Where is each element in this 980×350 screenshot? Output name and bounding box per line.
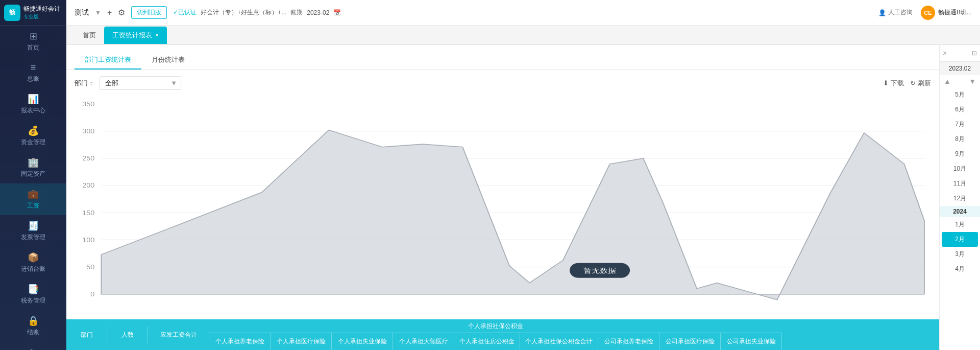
badges-text: 好会计（专）+好生意（标）+... <box>201 8 286 17</box>
panel-expand-button[interactable]: ⊡ <box>972 50 977 57</box>
download-icon: ⬇ <box>883 79 889 87</box>
dept-select[interactable]: 全部 研发部 销售部 财务部 人事部 <box>100 76 181 90</box>
sidebar-item-salary[interactable]: 💼 工资 <box>0 183 66 215</box>
ledger-icon: ≡ <box>31 62 36 73</box>
switch-old-version-button[interactable]: 切到旧版 <box>131 6 167 19</box>
dept-select-wrapper: 全部 研发部 销售部 财务部 人事部 ▼ <box>100 76 181 90</box>
sidebar-item-purchase[interactable]: 📦 进销台账 <box>0 247 66 278</box>
tab-close-button[interactable]: × <box>155 32 159 39</box>
toolbar-left: 部门： 全部 研发部 销售部 财务部 人事部 ▼ <box>75 76 181 90</box>
month-7[interactable]: 7月 <box>940 117 980 132</box>
consult-button[interactable]: 👤 人工咨询 <box>878 8 913 17</box>
verified-badge: ✓已认证 <box>173 8 197 17</box>
col-personal-pension: 个人承担养老保险 <box>209 333 271 350</box>
logo-text: 畅捷通好会计 专业版 <box>23 5 60 20</box>
main-content: 测试 ▼ + ⚙ 切到旧版 ✓已认证 好会计（专）+好生意（标）+... 账期 … <box>66 0 980 350</box>
logo: 畅 畅捷通好会计 专业版 <box>0 0 66 26</box>
col-company-medical: 公司承担医疗保险 <box>659 333 721 350</box>
calendar-icon[interactable]: 📅 <box>333 9 341 16</box>
sidebar-item-archive[interactable]: 🗂 归档管理 <box>0 342 66 350</box>
home-icon: ⊞ <box>30 31 37 42</box>
sidebar-item-assets[interactable]: 🏢 固定资产 <box>0 152 66 183</box>
consult-icon: 👤 <box>878 9 886 16</box>
sidebar-item-invoice[interactable]: 🧾 发票管理 <box>0 215 66 247</box>
chart-container: 350 300 250 200 150 100 50 0 <box>66 96 939 319</box>
date-next-button[interactable]: ▼ <box>969 77 976 85</box>
toolbar-right: ⬇ 下载 ↻ 刷新 <box>883 79 931 88</box>
svg-text:50: 50 <box>86 264 94 271</box>
purchase-icon: 📦 <box>28 252 39 263</box>
month-5[interactable]: 5月 <box>940 87 980 102</box>
period-label: 账期 <box>290 8 303 17</box>
group-header-personal: 个人承担社保公积金 <box>209 320 782 333</box>
reports-icon: 📊 <box>28 94 39 105</box>
month-12[interactable]: 12月 <box>940 191 980 206</box>
assets-icon: 🏢 <box>28 157 39 168</box>
closing-icon: 🔒 <box>28 315 39 326</box>
page-area: 部门工资统计表 月份统计表 部门： 全部 研发部 销售部 财务部 <box>66 45 980 350</box>
tab-salary-report[interactable]: 工资统计报表 × <box>104 27 167 44</box>
period-value: 2023-02 <box>307 9 329 16</box>
sidebar-item-tax[interactable]: 📑 税务管理 <box>0 278 66 310</box>
dept-label: 部门： <box>75 79 94 88</box>
salary-icon: 💼 <box>28 189 39 200</box>
group-cols-personal: 个人承担养老保险 个人承担医疗保险 个人承担失业保险 个人承担大额医疗 个人承担… <box>209 333 782 350</box>
month-2024-4[interactable]: 4月 <box>940 262 980 276</box>
header-dropdown-icon[interactable]: ▼ <box>95 9 101 16</box>
right-panel-header: × ⊡ <box>940 45 980 62</box>
user-menu[interactable]: CE 畅捷通B班... <box>921 6 972 20</box>
date-prev-button[interactable]: ▲ <box>944 77 951 85</box>
funds-icon: 💰 <box>28 125 39 136</box>
month-6[interactable]: 6月 <box>940 102 980 117</box>
col-company-unemployment: 公司承担失业保险 <box>721 333 782 350</box>
month-8[interactable]: 8月 <box>940 132 980 147</box>
col-personal-medical: 个人承担医疗保险 <box>271 333 332 350</box>
sidebar-nav: ⊞ 首页 ≡ 总账 📊 报表中心 💰 资金管理 🏢 固定资产 💼 工资 🧾 发票… <box>0 26 66 350</box>
sidebar-item-closing[interactable]: 🔒 结账 <box>0 310 66 342</box>
header-add-button[interactable]: + <box>107 8 112 17</box>
right-panel: × ⊡ 2023.02 ▲ ▼ 5月 6月 7月 8月 9月 10月 11月 1… <box>939 45 980 350</box>
table-col-count: 人数 <box>107 326 148 343</box>
panel-close-button[interactable]: × <box>943 49 947 57</box>
table-col-dept: 部门 <box>66 326 107 343</box>
table-group-personal: 个人承担社保公积金 个人承担养老保险 个人承担医疗保险 个人承担失业保险 个人承… <box>209 320 782 350</box>
date-list: 5月 6月 7月 8月 9月 10月 11月 12月 2024 1月 2月 3月… <box>940 87 980 350</box>
sidebar: 畅 畅捷通好会计 专业版 ⊞ 首页 ≡ 总账 📊 报表中心 💰 资金管理 🏢 固… <box>0 0 66 350</box>
month-2024-1[interactable]: 1月 <box>940 217 980 232</box>
toolbar: 部门： 全部 研发部 销售部 财务部 人事部 ▼ ⬇ <box>66 70 939 96</box>
month-10[interactable]: 10月 <box>940 161 980 176</box>
invoice-icon: 🧾 <box>28 220 39 231</box>
header-right: 👤 人工咨询 CE 畅捷通B班... <box>878 6 972 20</box>
archive-icon: 🗂 <box>29 347 38 350</box>
sidebar-item-funds[interactable]: 💰 资金管理 <box>0 120 66 152</box>
sidebar-item-ledger[interactable]: ≡ 总账 <box>0 57 66 88</box>
top-header: 测试 ▼ + ⚙ 切到旧版 ✓已认证 好会计（专）+好生意（标）+... 账期 … <box>66 0 980 26</box>
refresh-icon: ↻ <box>910 79 916 87</box>
svg-text:0: 0 <box>90 291 94 298</box>
download-button[interactable]: ⬇ 下载 <box>883 79 904 88</box>
month-2024-2[interactable]: 2月 <box>942 232 978 247</box>
svg-text:200: 200 <box>82 182 94 190</box>
date-display[interactable]: 2023.02 <box>940 62 980 75</box>
svg-text:暂无数据: 暂无数据 <box>583 267 617 274</box>
sub-tabs: 部门工资统计表 月份统计表 <box>66 45 939 70</box>
header-settings-button[interactable]: ⚙ <box>118 8 125 17</box>
tax-icon: 📑 <box>28 284 39 295</box>
refresh-button[interactable]: ↻ 刷新 <box>910 79 931 88</box>
col-personal-housing-fund: 个人承担住房公积金 <box>454 333 520 350</box>
svg-text:100: 100 <box>82 237 94 244</box>
month-11[interactable]: 11月 <box>940 176 980 191</box>
tab-bar: 首页 工资统计报表 × <box>66 26 980 45</box>
sidebar-item-home[interactable]: ⊞ 首页 <box>0 26 66 57</box>
col-company-pension: 公司承担养老保险 <box>598 333 659 350</box>
svg-text:350: 350 <box>82 101 94 108</box>
month-2024-3[interactable]: 3月 <box>940 247 980 262</box>
header-badges: ✓已认证 好会计（专）+好生意（标）+... 账期 2023-02 📅 <box>173 8 341 17</box>
tab-home[interactable]: 首页 <box>75 27 104 44</box>
avatar: CE <box>921 6 935 20</box>
chart-svg: 350 300 250 200 150 100 50 0 <box>75 96 931 311</box>
sub-tab-monthly[interactable]: 月份统计表 <box>141 51 195 69</box>
sub-tab-dept[interactable]: 部门工资统计表 <box>75 51 141 69</box>
sidebar-item-reports[interactable]: 📊 报表中心 <box>0 88 66 120</box>
month-9[interactable]: 9月 <box>940 147 980 161</box>
